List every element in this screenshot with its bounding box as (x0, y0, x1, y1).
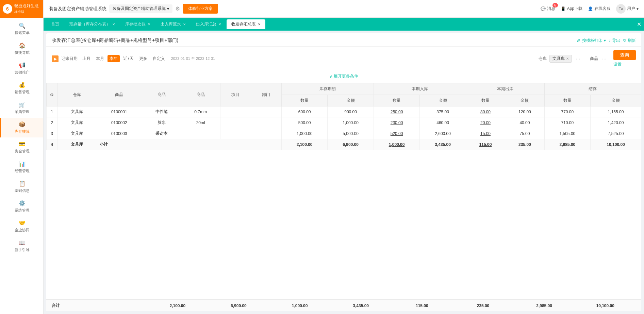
row-in-amt: 460.00 (420, 117, 466, 128)
user-menu[interactable]: Ea 用户 ▾ (616, 4, 639, 14)
sidebar-item-sales[interactable]: 💰销售管理 (0, 78, 43, 98)
sidebar-item-quick-nav[interactable]: 🏠快捷导航 (0, 39, 43, 59)
row-spec (181, 128, 220, 139)
footer-init-amt: 6,900.00 (225, 303, 252, 308)
goods-filter-dots[interactable]: ··· (602, 56, 607, 61)
page-content: 收发存汇总表(按仓库+商品编码+商品+规格型号+项目+部门) 🖨 按模板打印 ▾… (44, 31, 644, 314)
sidebar-item-inventory[interactable]: 📦库存核算 (0, 118, 43, 137)
filter-row: ▶ 记账日期 上月 本月 本年 近7天 更多 自定义 2023-01-01 至 … (52, 50, 636, 67)
row-out-qty[interactable]: 20.00 (466, 117, 505, 128)
sales-icon: 💰 (19, 82, 26, 88)
row-dept (251, 106, 281, 117)
tab-label: 出入库汇总 (196, 21, 216, 27)
app-download-button[interactable]: 📱 App下载 (561, 6, 582, 12)
sidebar-item-marketing[interactable]: 📢营销推广 (0, 59, 43, 78)
template-print-label: 按模板打印 (582, 38, 602, 44)
date-btn-this-month[interactable]: 本月 (94, 55, 106, 62)
bal-qty-header: 数量 (544, 95, 590, 106)
sidebar-item-purchase[interactable]: 🛒采购管理 (0, 98, 43, 118)
refresh-icon: ↻ (623, 38, 626, 43)
tab-bar: 首页现存量（库存分布表）✕库存批次账✕出入库流水✕出入库汇总✕收发存汇总表✕✕ (44, 18, 644, 31)
sidebar-item-search[interactable]: 🔍搜索菜单 (0, 19, 43, 39)
sidebar-item-enterprise[interactable]: 🤝企业协同 (0, 216, 43, 236)
sidebar-header: 6 畅捷通好生意 标准版 (0, 0, 43, 18)
filter-toggle-button[interactable]: ▶ (52, 55, 59, 62)
date-btn-more[interactable]: 更多 (137, 55, 149, 62)
tab-label: 收发存汇总表 (231, 21, 256, 27)
row-in-qty[interactable]: 230.00 (374, 117, 419, 128)
row-out-qty[interactable]: 80.00 (466, 106, 505, 117)
bal-amt-header: 金额 (591, 95, 641, 106)
row-no: 1 (47, 106, 57, 117)
message-button[interactable]: 💬 消息 6 (541, 6, 555, 12)
sidebar-item-label: 系统管理 (15, 208, 30, 213)
query-button[interactable]: 查询 (613, 50, 636, 60)
page-inner: 收发存汇总表(按仓库+商品编码+商品+规格型号+项目+部门) 🖨 按模板打印 ▾… (46, 33, 641, 311)
subtotal-bal-amt: 10,100.00 (591, 139, 641, 150)
topbar-left: 装备及固定资产辅助管理系统 装备及固定资产辅助管理系统 ▾ ⚙ 体验行业方案 (49, 4, 218, 14)
row-init-qty: 600.00 (281, 106, 327, 117)
row-warehouse: 文具库 (57, 106, 96, 117)
row-init-qty: 500.00 (281, 117, 327, 128)
chevron-down-icon: ▾ (637, 6, 639, 11)
row-out-qty[interactable]: 15.00 (466, 128, 505, 139)
sidebar-item-system[interactable]: ⚙️系统管理 (0, 197, 43, 216)
sidebar-item-operations[interactable]: 📊经营管理 (0, 157, 43, 177)
export-button[interactable]: ↓ 导出 (609, 38, 620, 44)
online-service-button[interactable]: 👤 在线客服 (588, 6, 611, 12)
row-bal-amt: 7,525.00 (591, 128, 641, 139)
settings-button[interactable]: 设置 (613, 62, 636, 67)
tab-receive-summary[interactable]: 收发存汇总表✕ (227, 19, 265, 29)
gear-icon[interactable]: ⚙ (175, 5, 180, 12)
row-in-qty[interactable]: 250.00 (374, 106, 419, 117)
expand-more-button[interactable]: ∨ 展开更多条件 (329, 73, 358, 79)
tab-inout-summary[interactable]: 出入库汇总✕ (191, 19, 226, 29)
row-project (220, 117, 251, 128)
tab-inout-flow[interactable]: 出入库流水✕ (156, 19, 191, 29)
close-all-tabs[interactable]: ✕ (637, 21, 641, 28)
sidebar-item-label: 基础信息 (15, 188, 30, 193)
tab-home[interactable]: 首页 (46, 19, 64, 29)
tab-label: 库存批次账 (125, 21, 146, 27)
date-btn-custom[interactable]: 自定义 (151, 55, 167, 62)
system-icon: ⚙️ (19, 200, 26, 206)
sidebar-item-finance[interactable]: 💳资金管理 (0, 137, 43, 157)
sidebar-item-label: 企业协同 (15, 228, 30, 233)
warehouse-filter-dots[interactable]: ··· (576, 56, 580, 61)
spec-col-header: 商品 (181, 83, 220, 106)
footer-bal-qty: 2,985.00 (531, 303, 558, 308)
tab-batch[interactable]: 库存批次账✕ (120, 19, 155, 29)
table-footer: 合计 2,100.00 6,900.00 1,000.00 3,435.00 1… (46, 299, 641, 311)
date-btn-this-year[interactable]: 本年 (108, 55, 120, 62)
date-btn-last-month[interactable]: 上月 (80, 55, 93, 62)
refresh-button[interactable]: ↻ 刷新 (623, 38, 636, 44)
tab-close-icon[interactable]: ✕ (258, 22, 261, 26)
system-dropdown[interactable]: 装备及固定资产辅助管理系统 ▾ (109, 4, 172, 13)
init-amt-header: 金额 (328, 95, 374, 106)
sidebar-logo: 6 (3, 4, 12, 14)
tab-label: 出入库流水 (161, 21, 181, 27)
sidebar-item-basic-info[interactable]: 📋基础信息 (0, 177, 43, 197)
warehouse-tag: 文具库 ✕ (549, 55, 572, 63)
row-in-qty[interactable]: 520.00 (374, 128, 419, 139)
warehouse-tag-close[interactable]: ✕ (566, 57, 569, 61)
date-btn-7days[interactable]: 近7天 (121, 55, 136, 62)
tab-close-icon[interactable]: ✕ (112, 22, 115, 26)
trial-button[interactable]: 体验行业方案 (183, 4, 218, 14)
tab-close-icon[interactable]: ✕ (183, 22, 186, 26)
footer-in-amt: 3,435.00 (347, 303, 375, 308)
tab-close-icon[interactable]: ✕ (218, 22, 221, 26)
row-out-amt: 75.00 (505, 128, 544, 139)
tab-stock-dist[interactable]: 现存量（库存分布表）✕ (65, 19, 120, 29)
name-col-header: 商品 (142, 83, 181, 106)
search-icon: 🔍 (19, 22, 26, 29)
subtotal-warehouse: 文具库 (57, 139, 96, 150)
app-download-label: App下载 (567, 6, 582, 12)
template-print-button[interactable]: 🖨 按模板打印 ▾ (577, 38, 606, 44)
sidebar-item-guide[interactable]: 📖新手引导 (0, 236, 43, 256)
filter-bar: ▶ 记账日期 上月 本月 本年 近7天 更多 自定义 2023-01-01 至 … (46, 47, 641, 83)
page-actions: 🖨 按模板打印 ▾ ↓ 导出 ↻ 刷新 (577, 38, 636, 44)
settings-col-header[interactable]: ⚙ (47, 83, 57, 106)
row-bal-qty: 770.00 (544, 106, 590, 117)
tab-close-icon[interactable]: ✕ (148, 22, 150, 26)
